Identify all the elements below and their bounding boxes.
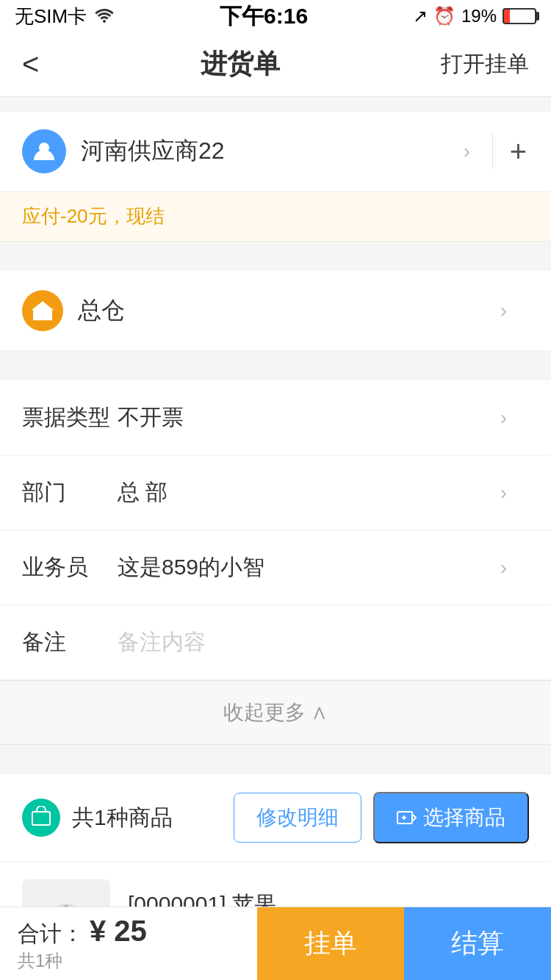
supplier-section: 河南供应商22 › + 应付-20元，现结 [0, 112, 551, 242]
total-sub: 共1种 [18, 949, 240, 973]
gap4 [0, 745, 551, 760]
warehouse-name: 总仓 [78, 295, 500, 327]
page-title: 进货单 [201, 46, 280, 82]
carrier-text: 无SIM卡 [15, 4, 87, 29]
warehouse-icon [22, 290, 63, 331]
status-right: ↗ ⏰ 19% [413, 6, 536, 26]
total-main: 合计： ¥ 25 [18, 915, 240, 949]
department-value: 总 部 [110, 478, 500, 508]
collapse-row[interactable]: 收起更多 ∧ [0, 680, 551, 745]
product-header: 共1种商品 修改明细 选择商品 [0, 774, 551, 862]
svg-rect-1 [33, 310, 52, 320]
warehouse-section: 总仓 › [0, 271, 551, 351]
total-label: 合计： [18, 919, 84, 949]
salesperson-chevron-icon: › [500, 556, 507, 580]
battery-icon [503, 8, 536, 24]
modify-detail-button[interactable]: 修改明细 [234, 793, 361, 843]
wifi-icon [94, 5, 115, 28]
department-label: 部门 [22, 478, 110, 508]
gap2 [0, 242, 551, 256]
remark-input[interactable]: 备注内容 [110, 627, 529, 657]
add-supplier-button[interactable]: + [492, 133, 529, 170]
bottom-bar: 合计： ¥ 25 共1种 挂单 结算 [0, 907, 551, 980]
gap1 [0, 97, 551, 112]
supplier-note: 应付-20元，现结 [0, 192, 551, 242]
invoice-type-chevron-icon: › [500, 406, 507, 430]
svg-marker-2 [32, 301, 54, 310]
nav-bar: < 进货单 打开挂单 [0, 32, 551, 97]
remark-row[interactable]: 备注 备注内容 [0, 605, 551, 680]
supplier-name: 河南供应商22 [81, 135, 464, 167]
back-button[interactable]: < [22, 48, 39, 81]
warehouse-row[interactable]: 总仓 › [0, 271, 551, 351]
select-product-button[interactable]: 选择商品 [373, 792, 529, 843]
status-bar: 无SIM卡 下午6:16 ↗ ⏰ 19% [0, 0, 551, 32]
gap3 [0, 351, 551, 366]
open-hang-button[interactable]: 打开挂单 [441, 49, 529, 79]
salesperson-row[interactable]: 业务员 这是859的小智 › [0, 530, 551, 605]
supplier-avatar [22, 129, 66, 173]
warehouse-chevron-icon: › [500, 299, 507, 323]
hang-button[interactable]: 挂单 [257, 907, 404, 981]
checkout-button[interactable]: 结算 [404, 907, 551, 981]
invoice-type-row[interactable]: 票据类型 不开票 › [0, 381, 551, 455]
collapse-label: 收起更多 ∧ [223, 699, 328, 727]
total-amount: ¥ 25 [90, 915, 147, 948]
remark-label: 备注 [22, 627, 110, 657]
invoice-type-label: 票据类型 [22, 403, 110, 433]
location-icon: ↗ [413, 6, 428, 26]
supplier-chevron-icon: › [464, 140, 470, 163]
alarm-icon: ⏰ [433, 6, 455, 26]
supplier-row[interactable]: 河南供应商22 › + [0, 112, 551, 192]
department-chevron-icon: › [500, 481, 507, 505]
select-product-label: 选择商品 [423, 804, 505, 832]
form-section: 票据类型 不开票 › 部门 总 部 › 业务员 这是859的小智 › 备注 备注… [0, 381, 551, 680]
product-count-icon [22, 799, 60, 837]
invoice-type-value: 不开票 [110, 403, 500, 433]
salesperson-label: 业务员 [22, 552, 110, 583]
total-section: 合计： ¥ 25 共1种 [0, 915, 257, 973]
department-row[interactable]: 部门 总 部 › [0, 455, 551, 530]
battery-percent: 19% [461, 6, 497, 26]
salesperson-value: 这是859的小智 [110, 552, 500, 583]
svg-rect-3 [32, 812, 50, 825]
status-time: 下午6:16 [220, 1, 308, 32]
product-count-text: 共1种商品 [72, 803, 234, 833]
status-carrier: 无SIM卡 [15, 4, 115, 29]
